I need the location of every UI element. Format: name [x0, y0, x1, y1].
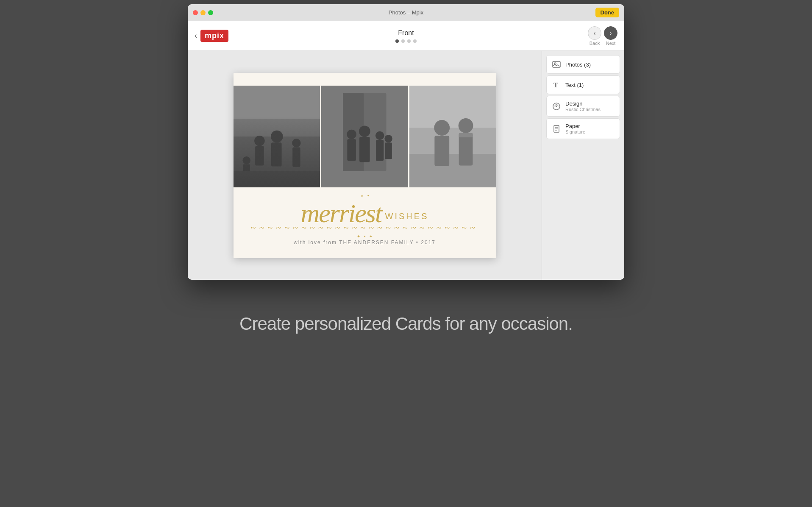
sidebar: Photos (3) T Text (1)	[542, 51, 624, 280]
main-content: ✦ ✦ merriest WISHES ~~~~~~~~~~~~~~~~~~~~…	[188, 51, 624, 280]
done-button[interactable]: Done	[595, 8, 620, 17]
app-window: Photos – Mpix Done ‹ mpix Front ‹ Back ›	[188, 4, 624, 280]
svg-rect-18	[348, 139, 356, 161]
svg-rect-31	[459, 133, 473, 165]
svg-rect-9	[292, 147, 300, 167]
text-label: Text (1)	[565, 82, 584, 88]
svg-rect-20	[359, 137, 370, 162]
svg-rect-2	[234, 136, 320, 187]
header-center: Front	[395, 29, 417, 43]
dot-4[interactable]	[413, 39, 417, 43]
svg-point-37	[556, 106, 557, 107]
design-label: Design	[565, 100, 601, 107]
card-photo-2[interactable]	[321, 86, 409, 187]
family-text: with love from THE ANDERSEN FAMILY • 201…	[246, 240, 484, 245]
back-nav-group: ‹ Back	[588, 26, 601, 46]
sidebar-item-text[interactable]: T Text (1)	[546, 75, 620, 94]
star-icon-4: ✦	[364, 235, 366, 238]
star-icon-1: ✦	[360, 194, 364, 198]
next-nav-group: › Next	[604, 26, 617, 46]
svg-rect-24	[385, 142, 392, 159]
paper-sublabel: Signature	[565, 129, 585, 134]
stars-row-top: ✦ ✦	[246, 194, 484, 198]
svg-rect-29	[434, 135, 449, 166]
svg-point-28	[434, 120, 450, 136]
card-photo-3[interactable]	[409, 86, 496, 187]
back-to-mpix-button[interactable]: ‹ mpix	[195, 30, 228, 42]
design-sublabel: Rustic Christmas	[565, 107, 601, 112]
bottom-tagline-area: Create personalized Cards for any occasi…	[239, 297, 573, 334]
svg-rect-3	[234, 171, 320, 187]
pagination-dots	[395, 39, 417, 43]
photos-item-text: Photos (3)	[565, 61, 591, 68]
card-photo-1[interactable]	[234, 86, 322, 187]
dot-2[interactable]	[401, 39, 405, 43]
back-nav-button[interactable]: ‹	[588, 26, 601, 40]
text-icon: T	[552, 80, 561, 89]
star-icon-2: ✦	[367, 194, 370, 198]
next-label: Next	[606, 41, 616, 46]
svg-point-10	[242, 156, 250, 164]
canvas-area: ✦ ✦ merriest WISHES ~~~~~~~~~~~~~~~~~~~~…	[188, 51, 542, 280]
next-nav-button[interactable]: ›	[604, 26, 617, 40]
maximize-button[interactable]	[208, 10, 213, 15]
svg-rect-32	[459, 133, 473, 137]
photo-1-svg	[234, 86, 320, 187]
swash-decoration: ~~~~~~~~~~~~~~~~~~~~~~~~~~~	[246, 222, 484, 233]
window-title: Photos – Mpix	[389, 9, 423, 16]
traffic-lights	[193, 10, 213, 15]
tagline-text: Create personalized Cards for any occasi…	[239, 314, 573, 334]
dot-1[interactable]	[395, 39, 399, 43]
svg-point-21	[375, 131, 384, 139]
app-header: ‹ mpix Front ‹ Back › Next	[188, 21, 624, 51]
svg-text:T: T	[553, 81, 558, 89]
svg-point-30	[458, 118, 473, 133]
svg-rect-22	[376, 140, 384, 161]
close-button[interactable]	[193, 10, 198, 15]
sidebar-item-design[interactable]: Design Rustic Christmas	[546, 96, 620, 117]
back-label: Back	[590, 41, 600, 46]
svg-rect-1	[234, 119, 320, 187]
star-icon-3: ✦	[357, 234, 360, 239]
svg-point-17	[347, 129, 357, 139]
photos-label: Photos (3)	[565, 61, 591, 68]
paper-label: Paper	[565, 123, 585, 129]
photos-icon	[552, 60, 561, 69]
back-arrow-icon: ‹	[195, 31, 197, 40]
titlebar: Photos – Mpix Done	[188, 4, 624, 21]
svg-point-23	[385, 134, 392, 142]
dot-3[interactable]	[407, 39, 411, 43]
svg-rect-11	[243, 164, 250, 171]
paper-icon	[552, 124, 561, 134]
paper-item-text: Paper Signature	[565, 123, 585, 134]
svg-rect-33	[553, 61, 560, 67]
svg-point-19	[359, 125, 370, 137]
svg-point-6	[271, 130, 283, 142]
card-top-strip	[234, 73, 496, 86]
svg-rect-0	[234, 86, 320, 187]
wishes-word: WISHES	[385, 212, 429, 221]
stars-row-bottom: ✦ ✦ ✦	[246, 234, 484, 239]
minimize-button[interactable]	[200, 10, 206, 15]
mpix-logo: mpix	[200, 30, 228, 42]
star-icon-5: ✦	[369, 234, 373, 239]
page-title: Front	[398, 29, 414, 37]
sidebar-item-photos[interactable]: Photos (3)	[546, 55, 620, 74]
sidebar-item-paper[interactable]: Paper Signature	[546, 118, 620, 139]
svg-rect-5	[255, 146, 264, 165]
photo-2-svg	[321, 86, 408, 187]
photo-3-svg	[409, 86, 496, 187]
svg-point-4	[254, 135, 265, 146]
svg-point-8	[292, 139, 300, 147]
christmas-card: ✦ ✦ merriest WISHES ~~~~~~~~~~~~~~~~~~~~…	[234, 73, 496, 258]
card-photos-row	[234, 86, 496, 187]
svg-rect-7	[271, 142, 282, 166]
card-text-area: ✦ ✦ merriest WISHES ~~~~~~~~~~~~~~~~~~~~…	[234, 187, 496, 258]
design-icon	[552, 102, 561, 111]
text-item-text: Text (1)	[565, 82, 584, 88]
nav-buttons: ‹ Back › Next	[588, 26, 617, 46]
design-item-text: Design Rustic Christmas	[565, 100, 601, 112]
svg-rect-27	[409, 153, 496, 187]
